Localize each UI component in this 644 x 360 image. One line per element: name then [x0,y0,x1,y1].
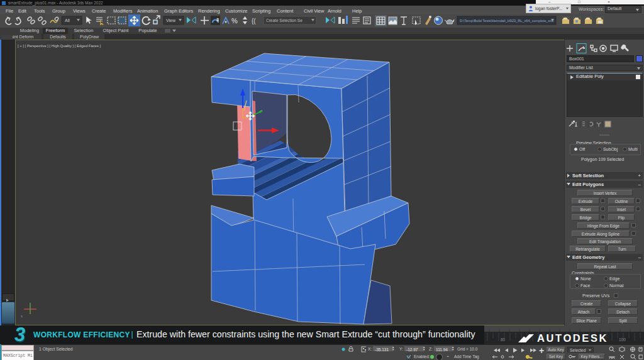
svg-text:%: % [231,17,238,25]
svg-text:View: View [166,18,176,23]
svg-text:logan fosterP...: logan fosterP... [535,6,562,11]
svg-text:{(: {( [252,18,256,25]
svg-text:All: All [65,18,70,23]
svg-text:D:\Temp\Build Tests\Heimdall_H: D:\Temp\Build Tests\Heimdall_H923_RL_x64… [460,19,553,23]
svg-text:x: x [21,314,23,318]
svg-text:Create Selection Se: Create Selection Se [266,18,303,23]
svg-text:3: 3 [216,18,219,22]
